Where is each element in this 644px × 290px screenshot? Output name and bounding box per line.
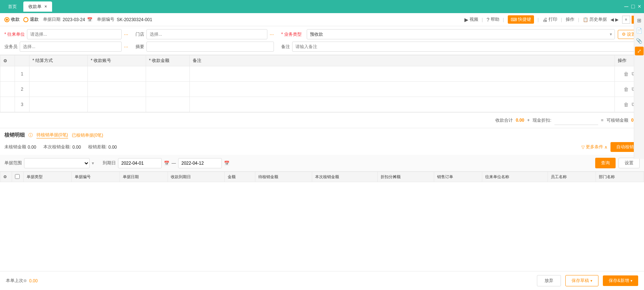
range-label: 单据范围 [4,160,22,166]
tab-current-label: 收款单 [28,4,42,10]
history-btn[interactable]: 📋 历史单据 [583,16,607,23]
summary-input[interactable] [146,42,274,52]
table-cell-account-1[interactable] [88,66,146,82]
counterpart-input[interactable] [27,29,122,39]
diff-label: 核销差额: [88,144,107,150]
save-new-chevron[interactable]: ▾ [631,279,632,283]
diff-value: 0.00 [108,145,117,150]
more-conditions-btn[interactable]: ▽ 更多条件 ∧ [581,144,608,150]
table-cell-remark-1[interactable] [190,66,615,82]
sidebar-clip-icon[interactable]: 📎 [635,36,644,45]
radio-income[interactable]: 收款 [4,16,20,23]
list-view-icon[interactable]: ≡ [622,16,630,24]
business-type-input[interactable] [307,29,615,39]
bottom-col-current-amount: 本次核销金额 [312,172,377,182]
current-stat: 本次核销金额: 0.00 [43,144,81,150]
table-cell-remark-2[interactable] [190,82,615,97]
date-to-input[interactable] [178,158,222,168]
table-cell-settlement-1[interactable] [30,66,88,82]
table-cell-settlement-2[interactable] [30,82,88,97]
right-sidebar: ⊞ 📄 📎 ⤢ [634,13,644,159]
table-settings-header[interactable]: ⚙ [0,55,15,66]
bottom-col-due-date: 收款到期日 [168,172,224,182]
table-account-header: * 收款账号 [88,55,146,66]
doc-no-value: SK-20230324-001 [117,17,152,22]
table-row: 1 🗑 ⧉ [0,66,644,82]
sidebar-expand-icon[interactable]: ⤢ [635,47,644,55]
info-icon[interactable]: ⓘ [28,132,33,138]
video-btn[interactable]: ▶ 视频 [464,16,478,23]
doc-date-label: 单据日期 [43,16,60,23]
nav-next-icon[interactable]: ▶ [615,17,619,22]
stats-row: 未核销金额 0.00 本次核销金额: 0.00 核销差额: 0.00 ▽ 更多条… [0,141,644,155]
close-icon[interactable]: × [638,3,641,10]
shortcut-btn[interactable]: ⌨ 快捷键 [508,15,534,24]
radio-refund-label: 退款 [30,16,39,23]
cal-from-icon[interactable]: 📅 [164,161,169,166]
print-btn[interactable]: 🖨 打印 [542,16,557,23]
sidebar-doc-icon[interactable]: 📄 [635,26,644,35]
table-cell-amount-2[interactable] [146,82,190,97]
counterpart-more-icon[interactable]: ··· [124,31,128,37]
bottom-col-checkbox[interactable] [12,172,24,182]
business-type-field: * 业务类型 ▾ ⚙ 设置 [281,29,640,39]
business-type-label: * 业务类型 [281,31,302,38]
save-draft-chevron[interactable]: ▾ [590,279,592,283]
tab-bar: 首页 收款单 × ─ □ × [0,0,644,13]
data-table: ⚙ * 结算方式 * 收款账号 * 收款金额 备注 [0,55,644,112]
select-all-checkbox[interactable] [15,174,20,179]
tab-home[interactable]: 首页 [3,1,22,12]
delete-row-3-btn[interactable]: 🗑 [624,102,629,107]
date-separator: — [172,161,176,166]
radio-refund[interactable]: 退款 [23,16,39,23]
doc-no-label: 单据编号 [97,16,114,23]
discard-button[interactable]: 放弃 [537,275,561,286]
keyboard-icon: ⌨ [511,17,517,22]
tab-current[interactable]: 收款单 × [23,1,52,12]
clerk-input[interactable] [20,42,122,52]
table-cell-settlement-3[interactable] [30,97,88,112]
table-cell-amount-1[interactable] [146,66,190,82]
sidebar-table-icon[interactable]: ⊞ [635,16,644,25]
business-type-chevron[interactable]: ▾ [610,32,612,37]
operation-btn[interactable]: 操作 [566,16,574,23]
settings-btn2[interactable]: 设置 [619,158,640,168]
filter-icon: ▽ [581,145,585,150]
store-label: 门店 [136,31,144,38]
bottom-col-settings[interactable]: ⚙ [0,172,12,182]
save-new-button[interactable]: 保存&新增 ▾ [603,275,638,286]
tab-close-icon[interactable]: × [44,4,47,9]
discount-input[interactable] [554,115,598,125]
maximize-icon[interactable]: □ [631,3,635,10]
pending-tab[interactable]: 待核销单据(0笔) [36,132,68,138]
save-draft-button[interactable]: 保存草稿 ▾ [565,275,598,286]
table-cell-account-2[interactable] [88,82,146,97]
store-input[interactable] [146,29,267,39]
table-cell-amount-3[interactable] [146,97,190,112]
store-more-icon[interactable]: ··· [270,31,274,37]
date-range-field: 到期日 📅 — 📅 [103,158,229,168]
table-cell-account-3[interactable] [88,97,146,112]
minimize-icon[interactable]: ─ [624,3,628,10]
done-tab[interactable]: 已核销单据(0笔) [72,132,103,138]
help-btn[interactable]: ? 帮助 [487,16,499,23]
bottom-col-amount: 金额 [224,172,255,182]
radio-group: 收款 退款 [4,16,39,23]
cal-to-icon[interactable]: 📅 [224,161,229,166]
clerk-field: 业务员 ··· [4,42,128,52]
remark-input[interactable] [292,42,640,52]
calendar-icon[interactable]: 📅 [87,17,93,22]
table-cell-settings-1 [0,66,15,82]
table-cell-remark-3[interactable] [190,97,615,112]
delete-row-2-btn[interactable]: 🗑 [624,86,629,92]
clerk-more-icon[interactable]: ··· [124,44,128,50]
help-icon: ? [487,17,490,23]
range-select[interactable] [24,158,90,168]
query-btn[interactable]: 查询 [595,158,616,168]
unverified-label: 未核销金额 [4,144,26,150]
nav-prev-icon[interactable]: ◀ [610,17,614,22]
delete-row-1-btn[interactable]: 🗑 [624,71,629,77]
footer-left: 本单上次⊙ 0.00 [6,278,38,284]
date-from-input[interactable] [118,158,162,168]
radio-refund-dot [23,17,28,22]
